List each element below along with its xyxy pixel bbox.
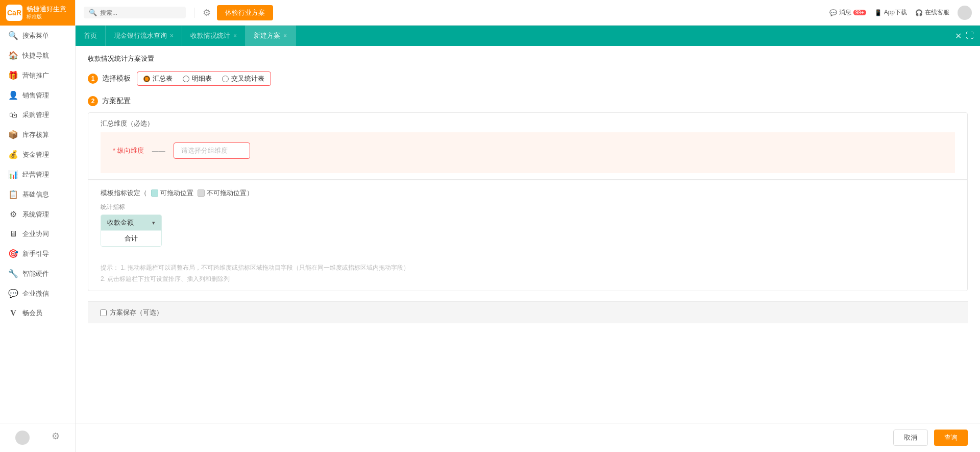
wechat-icon: 💬 (8, 289, 18, 298)
page-title: 收款情况统计方案设置 (88, 54, 968, 63)
purchase-icon: 🛍 (8, 110, 18, 120)
section1-title: 选择模板 (102, 74, 131, 83)
radio-detail[interactable]: 明细表 (183, 74, 212, 83)
list-icon: 📋 (8, 189, 18, 199)
section1-num: 1 (88, 74, 98, 84)
sidebar-item-quicknav[interactable]: 🏠 快捷导航 (0, 45, 75, 65)
tip1: 提示： 1. 拖动标题栏可以调整布局，不可跨维度或指标区域拖动目字段（只能在同一… (101, 263, 955, 274)
radio-cross-input[interactable] (222, 76, 229, 82)
search-input[interactable] (100, 9, 172, 16)
tab-new-plan[interactable]: 新建方案 × (246, 26, 296, 46)
cancel-button[interactable]: 取消 (893, 430, 928, 446)
topbar: 🔍 ⚙ 体验行业方案 💬 消息 99+ 📱 App下载 🎧 在线客服 (76, 0, 980, 26)
sidebar-item-sales[interactable]: 👤 销售管理 (0, 85, 75, 105)
guide-icon: 🎯 (8, 249, 18, 258)
topbar-right: 💬 消息 99+ 📱 App下载 🎧 在线客服 (829, 6, 972, 20)
draggable-legend-box (151, 189, 158, 197)
save-plan-checkbox[interactable]: 方案保存（可选） (100, 308, 163, 317)
sidebar-settings[interactable]: ⚙ (52, 431, 60, 445)
tabbar: 首页 现金银行流水查询 × 收款情况统计 × 新建方案 × ✕ ⛶ (76, 26, 980, 46)
dimension-selector[interactable]: 请选择分组维度 (174, 142, 250, 159)
save-plan-input[interactable] (100, 310, 107, 316)
section2-title: 方案配置 (102, 97, 131, 106)
sidebar-item-guide[interactable]: 🎯 新手引导 (0, 244, 75, 264)
maximize-icon[interactable]: ⛶ (966, 31, 974, 40)
query-button[interactable]: 查询 (934, 430, 968, 446)
sidebar-item-purchase[interactable]: 🛍 采购管理 (0, 105, 75, 125)
tab-receipt-stats[interactable]: 收款情况统计 × (182, 26, 246, 46)
tip2: 2. 点击标题栏下拉可设置排序、插入列和删除列 (101, 274, 955, 285)
stat-table-header[interactable]: 收款金额 ▾ (101, 215, 161, 230)
headset-icon: 🎧 (915, 9, 923, 16)
close-tab-receipt-icon[interactable]: × (233, 32, 237, 39)
stat-label: 统计指标 (101, 203, 955, 211)
user-icon: 👤 (8, 90, 18, 100)
hardware-icon: 🔧 (8, 269, 18, 278)
sidebar-item-inventory[interactable]: 📦 库存核算 (0, 125, 75, 145)
dimension-row-label: * 纵向维度 (113, 146, 144, 155)
legend-non-draggable: 不可拖动位置） (198, 188, 253, 198)
message-badge: 99+ (853, 10, 866, 15)
sidebar-item-search[interactable]: 🔍 搜索菜单 (0, 26, 75, 45)
messages-item[interactable]: 💬 消息 99+ (829, 8, 866, 17)
indicator-section: 模板指标设定（ 可拖动位置 不可拖动位置） (88, 180, 967, 256)
gear-icon: ⚙ (8, 209, 18, 219)
sidebar-item-hardware[interactable]: 🔧 智能硬件 (0, 264, 75, 283)
radio-detail-input[interactable] (183, 76, 189, 82)
sidebar-logo: CaR 畅捷通好生意 标准版 (0, 0, 75, 26)
tabbar-spacer (296, 26, 949, 46)
footer-section: 方案保存（可选） (88, 301, 968, 323)
gift-icon: 🎁 (8, 70, 18, 80)
sidebar-item-marketing[interactable]: 🎁 营销推广 (0, 65, 75, 85)
box-icon: 📦 (8, 130, 18, 139)
minimize-icon[interactable]: ✕ (955, 31, 962, 41)
page-content: 收款情况统计方案设置 1 选择模板 汇总表 明细表 (76, 46, 980, 423)
search-box[interactable]: 🔍 (84, 7, 186, 18)
member-icon: V (8, 308, 18, 318)
radio-summary[interactable]: 汇总表 (143, 74, 173, 83)
sidebar-item-finance[interactable]: 💰 资金管理 (0, 145, 75, 164)
section1-header: 1 选择模板 汇总表 明细表 交叉统计表 (88, 72, 968, 86)
stat-area: 统计指标 收款金额 ▾ 合计 (101, 203, 955, 248)
sidebar-user-avatar[interactable] (15, 431, 30, 445)
sidebar-item-wechat[interactable]: 💬 企业微信 (0, 283, 75, 303)
app-logo-icon: CaR (6, 5, 22, 21)
topbar-divider (194, 8, 194, 18)
window-controls: ✕ ⛶ (949, 26, 980, 46)
home-icon: 🏠 (8, 51, 18, 60)
dimension-row: * 纵向维度 —— 请选择分组维度 (113, 142, 943, 159)
trial-industry-button[interactable]: 体验行业方案 (217, 5, 273, 20)
chevron-down-icon: ▾ (152, 220, 155, 226)
sidebar-item-member[interactable]: V 畅会员 (0, 303, 75, 323)
settings-gear-icon[interactable]: ⚙ (203, 7, 211, 18)
dimension-box: * 纵向维度 —— 请选择分组维度 (101, 132, 955, 173)
sidebar-item-basics[interactable]: 📋 基础信息 (0, 184, 75, 204)
money-icon: 💰 (8, 150, 18, 159)
section-template: 1 选择模板 汇总表 明细表 交叉统计表 (88, 72, 968, 86)
sidebar-bottom: ⚙ (0, 423, 75, 452)
legend-draggable: 可拖动位置 (151, 188, 193, 198)
section2-header: 2 方案配置 (88, 96, 968, 106)
search-nav-icon: 🔍 (8, 31, 18, 40)
online-service-item[interactable]: 🎧 在线客服 (915, 8, 949, 17)
search-icon: 🔍 (89, 9, 97, 16)
radio-cross[interactable]: 交叉统计表 (222, 74, 264, 83)
close-tab-bank-icon[interactable]: × (170, 32, 174, 39)
sidebar-item-system[interactable]: ⚙ 系统管理 (0, 204, 75, 224)
sidebar-item-enterprise[interactable]: 🖥 企业协同 (0, 224, 75, 244)
content-area: 收款情况统计方案设置 1 选择模板 汇总表 明细表 (76, 46, 980, 423)
app-download-item[interactable]: 📱 App下载 (874, 8, 907, 17)
tab-home[interactable]: 首页 (76, 26, 106, 46)
dimension-title: 汇总维度（必选） (101, 119, 955, 128)
sidebar-item-operations[interactable]: 📊 经营管理 (0, 164, 75, 184)
indicator-label: 模板指标设定（ 可拖动位置 不可拖动位置） (101, 188, 955, 198)
close-tab-new-plan-icon[interactable]: × (283, 32, 287, 39)
stat-table-cell: 合计 (101, 230, 161, 246)
monitor-icon: 🖥 (8, 229, 18, 239)
section2-num: 2 (88, 96, 98, 106)
main-area: 🔍 ⚙ 体验行业方案 💬 消息 99+ 📱 App下载 🎧 在线客服 (76, 0, 980, 452)
user-avatar[interactable] (958, 6, 972, 20)
radio-summary-input[interactable] (143, 76, 150, 82)
tab-bank-flow[interactable]: 现金银行流水查询 × (106, 26, 182, 46)
chart-icon: 📊 (8, 170, 18, 179)
